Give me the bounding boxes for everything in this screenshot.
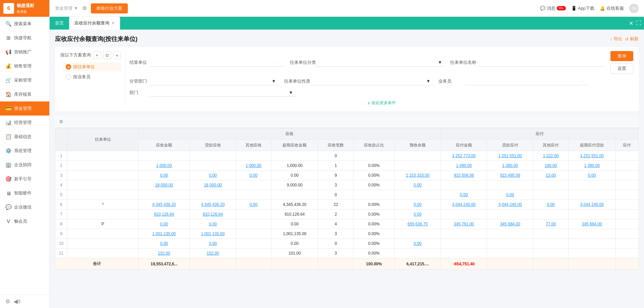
row-receivable-amount[interactable]: 1,001,135.00 [139,229,190,239]
row-other-payable[interactable]: 13.00 [533,171,569,180]
row-overdue-payable[interactable]: 0.00 [568,171,615,180]
row-advance[interactable]: 0.00 [394,180,441,190]
online-service-action[interactable]: 🔔 在线客服 [600,5,624,11]
sidebar-item-system[interactable]: ⚙️ 系统管理 [0,144,49,158]
row-other-payable[interactable]: 0.00 [533,200,569,210]
row-other-receivable[interactable]: 0.00 [236,171,271,180]
row-loan-receivable[interactable]: 810,126.64 [190,210,236,219]
row-loan-payable[interactable]: 3,044,240.00 [487,200,533,210]
row-overdue-payable[interactable]: 345,684.00 [568,219,615,229]
row-overdue-payable[interactable]: 1,251,551.00 [568,151,615,161]
filter-option-by-partner[interactable]: ⊕ 按往来单位 [63,62,121,71]
sidebar-settings-icon[interactable]: ⚙ [5,298,10,305]
row-other-receivable[interactable]: 1,000.00 [236,161,271,171]
tab-receivable[interactable]: 应收应付余额查询 ✕ [69,17,120,30]
app-download-action[interactable]: 📱 App下载 [571,5,594,11]
row-loan-receivable[interactable]: 4,345,436.20 [190,200,236,210]
row-other-payable[interactable]: 77.00 [533,219,569,229]
export-button[interactable]: ↑ 导出 [610,36,623,42]
row-loan-payable[interactable]: 915,495.56 [487,171,533,180]
row-loan-payable[interactable]: 0.00 [487,190,533,200]
row-payable-amount[interactable]: 915,508.56 [441,171,487,180]
row-advance[interactable]: 0.00 [394,200,441,210]
row-payable-amount[interactable]: 0.00 [441,190,487,200]
user-avatar[interactable]: Rit [629,4,639,13]
sidebar-item-quick-nav[interactable]: ⊞ 快捷导航 [0,31,49,45]
row-num: 4 [55,180,67,190]
messages-action[interactable]: 💬 消息 99+ [540,5,566,11]
row-receivable-amount[interactable]: 4,345,436.20 [139,200,190,210]
filter-collapse-left-icon[interactable]: « [113,51,121,59]
row-other-payable[interactable]: 1,222.00 [533,151,569,161]
sidebar-collapse-icon[interactable]: ◀II [13,298,20,305]
row-payable-amount[interactable]: 1,490.00 [441,161,487,171]
tab-home[interactable]: 首页 [50,17,69,30]
row-other-payable[interactable]: 100.00 [533,161,569,171]
row-loan-receivable[interactable]: 1,001,135.00 [190,229,236,239]
refresh-button[interactable]: ↺ 刷新 [625,36,639,42]
sidebar-item-management[interactable]: 📊 经营管理 [0,116,49,130]
collapse-label: 收起更多条件 [372,100,396,106]
dept-select[interactable]: ▼ [150,89,296,97]
row-loan-payable[interactable]: 345,684.00 [487,219,533,229]
partner-name-input[interactable] [477,58,605,67]
sidebar-item-enterprise[interactable]: 🏢 企业协同 [0,158,49,172]
sidebar-icon-enterprise: 🏢 [5,162,11,168]
row-loan-receivable[interactable]: 0.00 [190,239,236,249]
tab-close-icon[interactable]: ✕ [111,21,115,26]
row-payable-amount[interactable]: 1,252,773.00 [441,151,487,161]
row-payable-amount[interactable]: 345,761.00 [441,219,487,229]
row-loan-payable[interactable]: 1,390.00 [487,161,533,171]
row-receivable-amount[interactable]: 152.00 [139,249,190,258]
tabbar-close-icon[interactable]: ✕ [629,20,633,27]
breadcrumb-arrow[interactable]: ▼ [74,6,78,11]
settlement-input[interactable]: ··· [150,58,284,67]
row-loan-receivable[interactable]: 0.00 [190,171,236,180]
footer-other-receivable [236,258,271,270]
sidebar-item-finance[interactable]: 💳 资金管理 [0,101,49,116]
filter-add-icon[interactable]: + [93,51,101,59]
row-receivable-amount[interactable]: 810,126.64 [139,210,190,219]
sidebar-item-guide[interactable]: 🎯 新手引导 [0,172,49,186]
row-receivable-amount[interactable]: 0.00 [139,219,190,229]
filter-option-by-employee[interactable]: 按业务员 [63,73,121,81]
table-row: 5 0 0.00 0.00 [55,190,639,200]
partner-category-select[interactable]: ▼ [317,58,445,67]
row-overdue-payable[interactable]: 3,044,240.00 [568,200,615,210]
row-receivable-amount[interactable]: 0.00 [139,239,190,249]
row-advance[interactable]: 2,153,333.00 [394,171,441,180]
tabbar-expand-icon[interactable]: ⛶ [636,20,641,26]
row-loan-payable[interactable]: 1,251,551.00 [487,151,533,161]
row-advance[interactable]: 0.00 [394,239,441,249]
sidebar-item-basic-info[interactable]: 📋 基础信息 [0,130,49,144]
row-receivable-amount[interactable]: 18,000.00 [139,180,190,190]
filter-collapse-btn[interactable]: ∧ 收起更多条件 [367,99,396,107]
row-advance[interactable]: 655,636.75 [394,219,441,229]
salesperson-input[interactable]: ··· [465,77,588,85]
row-advance[interactable]: 0.00 [394,210,441,219]
filter-settings-icon[interactable]: ⊙ [103,51,111,59]
sidebar-item-hardware[interactable]: 🖥 智能硬件 [0,186,49,200]
row-payable-amount[interactable]: 3,044,240.00 [441,200,487,210]
sidebar-item-marketing[interactable]: 📢 营销推广 [0,45,49,59]
topbar-gear-icon[interactable]: ⚙ [82,5,87,11]
table-settings-icon[interactable]: ⚙ [59,119,63,124]
row-receivable-amount[interactable]: 1,000.00 [139,161,190,171]
row-loan-receivable[interactable]: 18,000.00 [190,180,236,190]
promo-button[interactable]: 体验行业方案 [91,3,128,13]
row-loan-receivable[interactable]: 0.00 [190,219,236,229]
row-loan-receivable[interactable]: 152.00 [190,249,236,258]
settings-button[interactable]: 设置 [610,63,633,74]
partner-nature-select[interactable]: ▼ [311,77,433,85]
sidebar-item-search-menu[interactable]: 🔍 搜索菜单 [0,17,49,31]
sidebar-item-inventory[interactable]: 🏠 库存核算 [0,87,49,101]
row-other-receivable[interactable]: 0.00 [236,200,271,210]
row-receivable-amount[interactable]: 0.00 [139,171,190,180]
sidebar-item-wechat[interactable]: 💬 企业微信 [0,200,49,214]
sidebar-item-sales[interactable]: 💰 销售管理 [0,59,49,73]
dept-manager-select[interactable]: ▼ [150,77,279,85]
sidebar-item-member[interactable]: Ⅴ 畅会员 [0,214,49,228]
row-overdue-payable[interactable]: 1,390.00 [568,161,615,171]
query-button[interactable]: 查询 [610,51,633,61]
sidebar-item-purchase[interactable]: 🛒 采购管理 [0,73,49,87]
